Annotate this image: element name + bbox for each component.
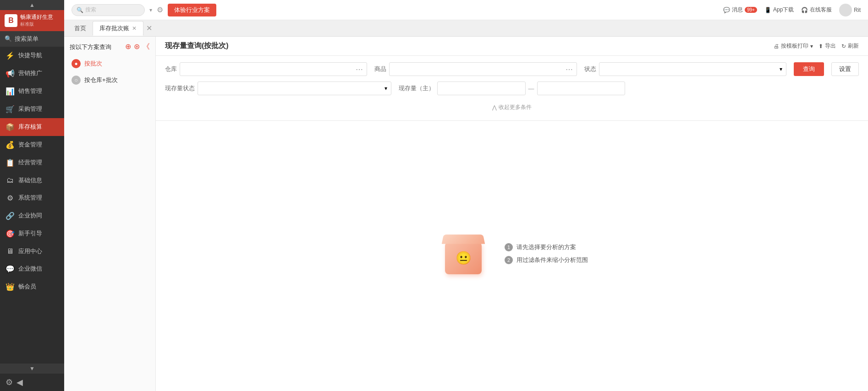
- step-2-num: 2: [505, 256, 513, 264]
- add-solution-icon[interactable]: ⊕: [125, 42, 131, 52]
- sidebar-item-purchase-label: 采购管理: [18, 105, 42, 113]
- export-label: 导出: [825, 42, 836, 50]
- username-label: Rit: [854, 7, 861, 13]
- topbar-chevron-icon[interactable]: ▾: [149, 7, 152, 13]
- sidebar-item-inventory[interactable]: 📦 库存核算: [0, 118, 64, 136]
- sidebar-item-shortcuts[interactable]: ⚡ 快捷导航: [0, 47, 64, 65]
- page-header: 现存量查询(按批次) 🖨 按模板打印 ▾ ⬆ 导出 ↻ 刷新: [156, 37, 868, 56]
- purchase-icon: 🛒: [5, 105, 15, 114]
- status-select-chevron: ▾: [780, 66, 782, 72]
- filter-status: 状态 ▾: [584, 62, 786, 76]
- topbar-gear-icon[interactable]: ⚙: [157, 5, 163, 14]
- solution-item-by-warehouse-batch[interactable]: ○ 按仓库+批次: [64, 72, 155, 88]
- sidebar-item-sales-label: 销售管理: [18, 87, 42, 95]
- tab-home[interactable]: 首页: [68, 22, 93, 35]
- tabbar: 首页 库存批次账 ✕ ✕: [64, 20, 868, 37]
- qty-range-from[interactable]: [437, 81, 526, 95]
- inventory-status-select[interactable]: ▾: [198, 81, 391, 95]
- by-batch-icon: ●: [71, 59, 81, 68]
- app-download-action[interactable]: 📱 App下载: [764, 6, 794, 14]
- left-panel-actions: ⊕ ⊛ 《: [125, 42, 150, 52]
- topbar: 🔍 搜索 ▾ ⚙ 体验行业方案 💬 消息 99+ 📱 App下载 🎧 在线客服: [64, 0, 868, 20]
- messages-label: 消息: [732, 6, 743, 14]
- messages-action[interactable]: 💬 消息 99+: [723, 6, 757, 14]
- inventory-icon: 📦: [5, 123, 15, 131]
- main-area: 🔍 搜索 ▾ ⚙ 体验行业方案 💬 消息 99+ 📱 App下载 🎧 在线客服: [64, 0, 868, 391]
- warehouse-more-icon[interactable]: ⋯: [356, 65, 363, 74]
- inventory-status-label: 现存量状态: [165, 84, 195, 92]
- online-service-action[interactable]: 🎧 在线客服: [801, 6, 832, 14]
- empty-step-1: 1 请先选择要分析的方案: [505, 243, 588, 251]
- sidebar-header: B 畅康通好生意 标准版: [0, 10, 64, 31]
- sidebar-item-basic-label: 基础信息: [18, 176, 42, 185]
- messages-badge: 99+: [745, 7, 757, 13]
- query-button[interactable]: 查询: [794, 62, 824, 76]
- tab-batch[interactable]: 库存批次账 ✕: [93, 21, 143, 36]
- left-panel: 按以下方案查询 ⊕ ⊛ 《 ● 按批次 ○ 按仓库+批次: [64, 37, 156, 391]
- settings-solution-icon[interactable]: ⊛: [134, 42, 140, 52]
- sidebar-item-apps[interactable]: 🖥 应用中心: [0, 243, 64, 260]
- page-area: 按以下方案查询 ⊕ ⊛ 《 ● 按批次 ○ 按仓库+批次 现存量查询(按批次): [64, 37, 868, 391]
- solution-item-by-batch[interactable]: ● 按批次: [64, 55, 155, 72]
- sidebar-scroll-down[interactable]: ▼: [0, 364, 64, 374]
- topbar-search-bar[interactable]: 🔍 搜索: [71, 4, 145, 16]
- sidebar-item-system-label: 系统管理: [18, 194, 42, 202]
- sidebar-title: 畅康通好生意: [20, 14, 53, 21]
- sidebar-item-system[interactable]: ⚙ 系统管理: [0, 189, 64, 207]
- topbar-search-icon: 🔍: [77, 7, 83, 13]
- wechat-icon: 💬: [5, 265, 15, 273]
- print-icon: 🖨: [774, 43, 779, 49]
- sidebar-scroll-up[interactable]: ▲: [0, 0, 64, 10]
- status-filter-label: 状态: [584, 65, 596, 73]
- sidebar-item-operations[interactable]: 📋 经营管理: [0, 154, 64, 172]
- product-filter-label: 商品: [374, 65, 386, 73]
- print-template-btn[interactable]: 🖨 按模板打印 ▾: [774, 42, 813, 50]
- system-icon: ⚙: [5, 194, 15, 202]
- empty-step-2: 2 用过滤条件来缩小分析范围: [505, 256, 588, 264]
- sidebar-item-finance[interactable]: 💰 资金管理: [0, 136, 64, 154]
- tab-close-icon[interactable]: ✕: [132, 25, 137, 32]
- warehouse-input[interactable]: ⋯: [180, 62, 367, 76]
- sidebar-item-shortcuts-label: 快捷导航: [18, 51, 42, 60]
- right-content: 现存量查询(按批次) 🖨 按模板打印 ▾ ⬆ 导出 ↻ 刷新: [156, 37, 868, 391]
- sidebar-item-basic[interactable]: 🗂 基础信息: [0, 172, 64, 189]
- sidebar-item-wechat[interactable]: 💬 企业微信: [0, 260, 64, 278]
- close-tab-area-icon[interactable]: ✕: [146, 24, 152, 33]
- sidebar-item-marketing[interactable]: 📢 营销推广: [0, 65, 64, 82]
- sidebar-item-newbie[interactable]: 🎯 新手引导: [0, 225, 64, 243]
- sidebar-item-operations-label: 经营管理: [18, 158, 42, 167]
- collapse-footer-icon[interactable]: ◀: [16, 377, 23, 387]
- enterprise-icon: 🔗: [5, 212, 15, 220]
- collapse-more-btn[interactable]: ⋀ 收起更多条件: [165, 101, 859, 114]
- sidebar-item-marketing-label: 营销推广: [18, 69, 42, 77]
- industry-btn[interactable]: 体验行业方案: [168, 4, 216, 16]
- inventory-qty-range: —: [437, 81, 625, 95]
- sidebar-item-sales[interactable]: 📊 销售管理: [0, 82, 64, 100]
- empty-state: 1 请先选择要分析的方案 2 用过滤条件来缩小分析范围: [156, 121, 868, 391]
- user-menu[interactable]: Rit: [839, 4, 861, 16]
- newbie-icon: 🎯: [5, 229, 15, 238]
- sidebar-item-members[interactable]: 👑 畅会员: [0, 278, 64, 296]
- sidebar-subtitle: 标准版: [20, 21, 53, 27]
- sidebar-nav: ⚡ 快捷导航 📢 营销推广 📊 销售管理 🛒 采购管理 📦 库存核算 💰 资金管…: [0, 47, 64, 364]
- collapse-left-panel-icon[interactable]: 《: [143, 42, 150, 52]
- search-icon: 🔍: [5, 35, 12, 42]
- settings-footer-icon[interactable]: ⚙: [5, 377, 13, 387]
- settings-button[interactable]: 设置: [831, 62, 859, 76]
- by-warehouse-batch-label: 按仓库+批次: [84, 76, 118, 84]
- qty-range-to[interactable]: [537, 81, 626, 95]
- sidebar-item-purchase[interactable]: 🛒 采购管理: [0, 100, 64, 118]
- status-select[interactable]: ▾: [599, 62, 786, 76]
- sidebar-search[interactable]: 🔍 搜索菜单: [0, 31, 64, 47]
- filter-row-1: 仓库 ⋯ 商品 ⋯ 状态: [165, 62, 859, 76]
- warehouse-filter-label: 仓库: [165, 65, 177, 73]
- print-template-label: 按模板打印: [781, 42, 808, 50]
- sidebar-search-label: 搜索菜单: [15, 35, 38, 43]
- refresh-btn[interactable]: ↻ 刷新: [841, 42, 859, 50]
- sidebar-item-enterprise[interactable]: 🔗 企业协同: [0, 207, 64, 225]
- sales-icon: 📊: [5, 87, 15, 96]
- export-btn[interactable]: ⬆ 导出: [819, 42, 836, 50]
- product-input[interactable]: ⋯: [389, 62, 577, 76]
- app-download-label: App下载: [773, 6, 794, 14]
- product-more-icon[interactable]: ⋯: [566, 65, 573, 74]
